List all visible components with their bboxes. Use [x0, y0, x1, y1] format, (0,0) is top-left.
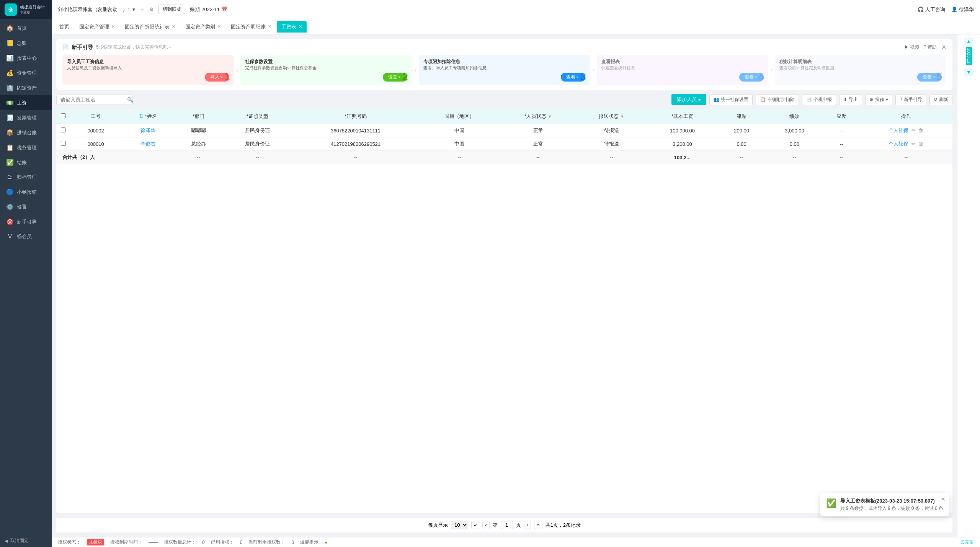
tab-asset-detail[interactable]: 固定资产明细账✕ — [226, 21, 276, 33]
sidebar-item-expense[interactable]: 🔵 小畅报销 — [0, 185, 52, 199]
date-down-btn[interactable]: ▼ — [964, 68, 974, 76]
delete-icon[interactable]: 🗑 — [918, 127, 923, 133]
tab-home[interactable]: 首页 — [55, 21, 74, 33]
per-page-select[interactable]: 10 20 50 — [451, 521, 468, 529]
account-selector[interactable]: 刘小艳演示账套（勿删勿动！）1 ▾ — [58, 6, 135, 13]
pagination: 每页显示 10 20 50 « ‹ 第 页 › » 共1页，2条记录 — [56, 517, 952, 532]
col-status: *人员状态 ▼ — [500, 109, 576, 124]
action-label: 操作 — [875, 96, 884, 103]
user-profile[interactable]: 👤 徐泽华 — [951, 6, 974, 13]
first-page-btn[interactable]: « — [471, 521, 479, 529]
tab-label-home: 首页 — [59, 23, 69, 30]
toolbar: 🔍 添加人员 ▾ 👥 统一社保设置 📋 专项附加扣除 — [56, 94, 952, 105]
tab-close-asset-detail[interactable]: ✕ — [268, 24, 271, 29]
tab-asset-category[interactable]: 固定资产类别✕ — [181, 21, 225, 33]
settings-icon[interactable]: ⚙ — [149, 7, 154, 12]
ai-consult-btn[interactable]: 🎧 人工咨询 — [918, 6, 945, 13]
toast-close-btn[interactable]: ✕ — [941, 496, 946, 502]
next-page-btn[interactable]: › — [524, 521, 531, 529]
sidebar-item-payroll[interactable]: 💵 工资 — [0, 95, 52, 110]
tax-report-btn[interactable]: 📑 个税申报 — [802, 94, 836, 105]
unpin-label: 取消固定 — [10, 537, 29, 544]
row-checkbox[interactable] — [61, 127, 66, 132]
help-btn[interactable]: ? 帮助 — [924, 44, 937, 51]
sidebar-item-guide[interactable]: 🎯 新手引导 — [0, 214, 52, 229]
wizard-step-desc-3: 查看、导入员工专项附加扣除信息 — [423, 65, 586, 71]
period-label: 账期 — [190, 6, 200, 13]
unpin-button[interactable]: ◀ 取消固定 — [0, 534, 52, 547]
edit-icon[interactable]: ✏ — [911, 141, 916, 147]
wizard-step-title-1: 导入员工工资信息 — [67, 59, 229, 65]
special-deduction-btn[interactable]: 📋 专项附加扣除 — [756, 94, 799, 105]
wizard-step-num-2: 2 — [402, 71, 408, 83]
col-base-salary: *基本工资 — [647, 109, 717, 124]
tab-close-payroll[interactable]: ✕ — [299, 24, 302, 29]
tax-label: 个税申报 — [813, 96, 832, 103]
sidebar-item-home[interactable]: 🏠 首页 — [0, 21, 52, 36]
tab-close-asset-category[interactable]: ✕ — [217, 24, 221, 29]
wizard-step-desc-5: 查看税款计算过程及明细数据 — [779, 65, 942, 71]
wizard-arrow-3: › — [590, 67, 596, 73]
total-auth-value: 0 — [202, 540, 205, 545]
topbar: 刘小艳演示账套（勿删勿动！）1 ▾ ＋ ⚙ 切到旧版 账期 2023-11 📅 … — [52, 0, 980, 19]
delete-icon[interactable]: 🗑 — [918, 141, 923, 147]
sidebar-item-invoicing[interactable]: 🧾 发票管理 — [0, 110, 52, 125]
tab-payroll[interactable]: 工资表✕ — [277, 21, 307, 33]
footer-dash6: -- — [576, 151, 647, 164]
row-checkbox[interactable] — [61, 141, 66, 146]
tab-assets[interactable]: 固定资产管理✕ — [75, 21, 119, 33]
remaining-auth-label: 当前剩余授权数： — [248, 539, 285, 545]
personal-social-link[interactable]: 个人社保 — [889, 141, 908, 147]
page-input[interactable] — [501, 521, 513, 529]
social-security-btn[interactable]: 👥 统一社保设置 — [709, 94, 753, 105]
sidebar-label-expense: 小畅报销 — [17, 189, 37, 196]
wizard-arrow-1: › — [234, 67, 240, 73]
prev-page-btn[interactable]: ‹ — [482, 521, 489, 529]
personal-social-link[interactable]: 个人社保 — [889, 127, 908, 133]
select-all-checkbox[interactable] — [61, 113, 66, 118]
sidebar-item-assets[interactable]: 🏢 固定资产 — [0, 80, 52, 95]
video-help-btn[interactable]: ▶ 视频 — [904, 44, 919, 51]
date-up-btn[interactable]: ▲ — [964, 38, 974, 45]
sidebar-item-reports[interactable]: 📊 报表中心 — [0, 51, 52, 65]
col-ops: 操作 — [860, 109, 952, 124]
account-dropdown-icon[interactable]: ▾ — [132, 7, 135, 12]
last-page-btn[interactable]: » — [534, 521, 542, 529]
period-selector[interactable]: 账期 2023-11 📅 — [190, 6, 227, 13]
sidebar-item-member[interactable]: V 畅会员 — [0, 229, 52, 244]
tab-depreciation[interactable]: 固定资产折旧统计表✕ — [120, 21, 180, 33]
tab-close-depreciation[interactable]: ✕ — [172, 24, 175, 29]
action-dropdown-btn[interactable]: ⚙ 操作 ▾ — [865, 94, 892, 105]
table-row: 000002 徐泽华 嗯嗯嗯 居民身份证 360782200104131111 … — [56, 124, 952, 137]
row-name: 李俊杰 — [121, 137, 175, 151]
footer-dash8: -- — [766, 151, 823, 164]
add-account-icon[interactable]: ＋ — [140, 6, 145, 13]
wizard-arrow-4: › — [768, 67, 775, 73]
sidebar-item-tax[interactable]: 📋 税务管理 — [0, 140, 52, 155]
wizard-step-num-5: 5 — [936, 71, 942, 83]
search-icon[interactable]: 🔍 — [127, 97, 133, 103]
sidebar-item-archive[interactable]: 🗂 归档管理 — [0, 170, 52, 185]
toast-success-icon: ✅ — [826, 498, 836, 508]
wizard-close-btn[interactable]: ✕ — [941, 44, 946, 51]
guide-btn[interactable]: ? 新手引导 — [895, 94, 926, 105]
wizard-step-1: 导入员工工资信息 人员信息及工资数据新增导入 导入＞ 1 — [62, 55, 234, 85]
sidebar-item-closing[interactable]: ✅ 结账 — [0, 155, 52, 170]
search-input[interactable] — [60, 97, 125, 103]
employee-name-link[interactable]: 李俊杰 — [140, 141, 155, 147]
sidebar-item-ledger[interactable]: 📒 总账 — [0, 36, 52, 51]
sidebar-item-inventory[interactable]: 📦 进销台账 — [0, 125, 52, 140]
refresh-btn[interactable]: ↺ 刷新 — [929, 94, 952, 105]
add-person-btn[interactable]: 添加人员 ▾ — [671, 94, 706, 105]
sidebar-item-funds[interactable]: 💰 资金管理 — [0, 65, 52, 80]
old-version-btn[interactable]: 切到旧版 — [158, 5, 185, 14]
recharge-link[interactable]: 去充值 — [960, 539, 974, 545]
edit-icon[interactable]: ✏ — [911, 127, 916, 133]
employee-name-link[interactable]: 徐泽华 — [140, 127, 155, 133]
tab-close-assets[interactable]: ✕ — [111, 24, 115, 29]
export-btn[interactable]: ⬇ 导出 — [839, 94, 862, 105]
import-toast: ✅ 导入工资表模板(2023-03-23 15:07:59.897) 共 9 条… — [820, 493, 949, 516]
calendar-icon[interactable]: 📅 — [221, 7, 227, 12]
col-payable: 应发 — [823, 109, 860, 124]
sidebar-item-settings[interactable]: ⚙️ 设置 — [0, 199, 52, 214]
